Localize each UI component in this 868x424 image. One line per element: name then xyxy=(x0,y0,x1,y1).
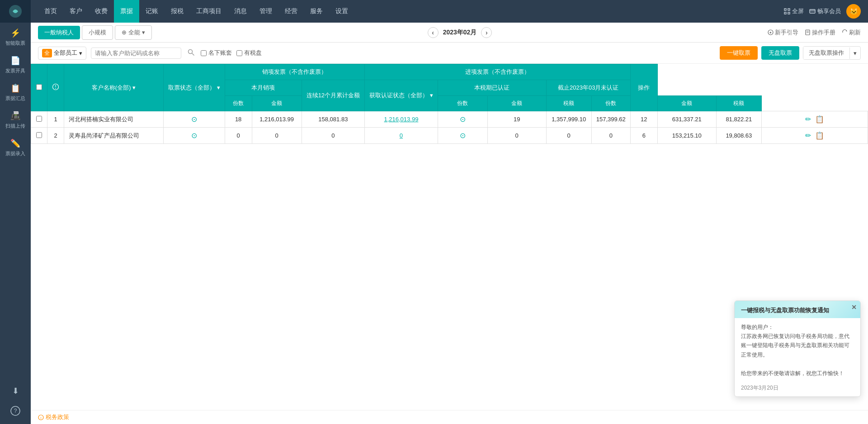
topnav-home[interactable]: 首页 xyxy=(38,0,63,23)
topnav-fullscreen[interactable]: 全屏 xyxy=(784,7,804,15)
prev-month-button[interactable]: ‹ xyxy=(428,27,439,38)
svg-text:✦: ✦ xyxy=(769,31,772,35)
sidebar-item-label: 发票开具 xyxy=(5,67,25,74)
get-status-icon: ⊙ xyxy=(460,115,466,123)
topnav-service[interactable]: 服务 xyxy=(304,0,329,23)
sidebar-item-invoice-summary[interactable]: 📋 票据汇总 xyxy=(0,78,31,105)
notification-header: 一键报税与无盘取票功能恢复通知 ✕ xyxy=(735,301,860,318)
sidebar-item-data-entry[interactable]: ✏️ 票据录入 xyxy=(0,133,31,161)
edit-action[interactable]: ✏ xyxy=(805,132,811,139)
cumulative-link[interactable]: 0 xyxy=(400,132,403,139)
tax-disk-checkbox[interactable] xyxy=(236,50,242,56)
toolbar: 全 全部员工 ▾ 名下账套 有税盘 一键取票 无盘取票 无盘取票操作 xyxy=(31,43,868,64)
detail-action[interactable]: 📋 xyxy=(815,115,824,123)
data-entry-icon: ✏️ xyxy=(10,138,20,148)
notification-title: 一键报税与无盘取票功能恢复通知 xyxy=(741,307,829,314)
topnav-right: 全屏 畅享会员 🐱 xyxy=(784,4,861,19)
sidebar-logo xyxy=(0,0,31,23)
customer-name: 灵寿县尚泽矿产品有限公司 xyxy=(64,128,164,144)
topnav-settings[interactable]: 设置 xyxy=(329,0,354,23)
scan-upload-icon: 📠 xyxy=(10,111,20,121)
svg-text:i: i xyxy=(41,416,42,420)
issue-invoice-icon: 📄 xyxy=(10,56,20,66)
manual-link[interactable]: 操作手册 xyxy=(805,29,835,37)
sidebar-download[interactable]: ⬇ xyxy=(0,382,31,400)
topnav-accounting[interactable]: 记账 xyxy=(139,0,165,23)
table-row: 1 河北柯搭楠实业有限公司 ⊙ 18 1,216,013.99 158,081.… xyxy=(31,111,868,128)
notification-content: 江苏政务网已恢复访问电子税务局功能，意代账一键登陆电子税务局与无盘取票相关功能可… xyxy=(741,332,854,359)
no-disk-ops-arrow[interactable]: ▾ xyxy=(849,48,860,59)
tax-policy-link[interactable]: i 税务政策 xyxy=(38,413,69,421)
tab-nav-right: ✦ 新手引导 操作手册 刷新 xyxy=(768,29,861,37)
new-guide-link[interactable]: ✦ 新手引导 xyxy=(768,29,798,37)
one-click-fetch-button[interactable]: 一键取票 xyxy=(720,46,758,60)
select-all-checkbox[interactable] xyxy=(36,84,42,90)
col-period-amount: 金额 xyxy=(487,96,546,111)
notification-date: 2023年3月20日 xyxy=(735,382,860,396)
topnav-customer[interactable]: 客户 xyxy=(63,0,89,23)
sidebar-item-scan-upload[interactable]: 📠 扫描上传 xyxy=(0,105,31,133)
sidebar-help[interactable]: ? xyxy=(0,402,31,419)
topnav-message[interactable]: 消息 xyxy=(228,0,253,23)
employee-tag: 全 xyxy=(42,49,52,57)
col-get-status-header: 获取认证状态（全部） ▾ xyxy=(365,80,438,111)
edit-action[interactable]: ✏ xyxy=(805,115,811,123)
notification-popup: 一键报税与无盘取票功能恢复通知 ✕ 尊敬的用户： 江苏政务网已恢复访问电子税务局… xyxy=(734,300,861,397)
current-month: 2023年02月 xyxy=(443,29,477,37)
col-until-march-header: 截止2023年03月未认证 xyxy=(546,80,630,96)
topnav-billing[interactable]: 收费 xyxy=(89,0,114,23)
tab-all-chevron: ▾ xyxy=(142,29,145,36)
topnav-business[interactable]: 工商项目 xyxy=(190,0,228,23)
col-fetch-status-header: 取票状态（全部） ▾ xyxy=(164,64,225,111)
notification-apology: 给您带来的不便敬请谅解，祝您工作愉快！ xyxy=(741,369,854,378)
search-input[interactable] xyxy=(91,48,181,59)
refresh-link[interactable]: 刷新 xyxy=(842,29,861,37)
col-this-month-count: 份数 xyxy=(225,96,252,111)
sidebar-bottom: ⬇ ? xyxy=(0,382,31,424)
svg-line-15 xyxy=(192,53,194,55)
sidebar-item-label: 智能取票 xyxy=(5,40,25,47)
sidebar-item-label: 扫描上传 xyxy=(5,123,25,129)
fetch-status-icon: ⊙ xyxy=(191,132,197,139)
sidebar-item-issue-invoice[interactable]: 📄 发票开具 xyxy=(0,50,31,78)
tab-general-taxpayer[interactable]: 一般纳税人 xyxy=(38,26,80,39)
toolbar-right: 一键取票 无盘取票 无盘取票操作 ▾ xyxy=(720,46,861,60)
tab-all[interactable]: ⊕ 全能 ▾ xyxy=(115,25,152,40)
customer-name: 河北柯搭楠实业有限公司 xyxy=(64,111,164,128)
topnav-tax[interactable]: 报税 xyxy=(165,0,190,23)
svg-rect-3 xyxy=(784,9,786,10)
employee-chevron: ▾ xyxy=(79,50,82,57)
topnav-member[interactable]: 畅享会员 xyxy=(809,7,841,15)
col-period-count: 份数 xyxy=(438,96,487,111)
col-until-tax: 税额 xyxy=(716,96,761,111)
no-disk-ops-label[interactable]: 无盘取票操作 xyxy=(803,47,849,59)
topnav-invoice[interactable]: 票据 xyxy=(114,0,139,23)
user-avatar[interactable]: 🐱 xyxy=(846,4,861,19)
search-button[interactable] xyxy=(186,48,196,58)
account-checkbox[interactable] xyxy=(201,50,207,56)
tab-bar: 一般纳税人 小规模 ⊕ 全能 ▾ ‹ 2023年02月 › ✦ 新手引导 xyxy=(31,23,868,43)
svg-rect-5 xyxy=(784,12,786,14)
detail-action[interactable]: 📋 xyxy=(815,132,824,139)
svg-rect-6 xyxy=(788,12,790,14)
topnav-operation[interactable]: 经营 xyxy=(278,0,304,23)
tax-disk-checkbox-label[interactable]: 有税盘 xyxy=(236,49,262,57)
notification-close-button[interactable]: ✕ xyxy=(851,304,857,311)
row-checkbox[interactable] xyxy=(36,132,42,138)
col-this-month-header: 本月销项 xyxy=(225,80,302,96)
topnav-manage[interactable]: 管理 xyxy=(253,0,278,23)
no-disk-fetch-button[interactable]: 无盘取票 xyxy=(761,46,799,60)
col-12months-header: 连续12个月累计金额 xyxy=(302,80,364,111)
tab-small-scale[interactable]: 小规模 xyxy=(82,25,113,40)
tab-nav-center: ‹ 2023年02月 › xyxy=(428,27,492,38)
sidebar: ⚡ 智能取票 📄 发票开具 📋 票据汇总 📠 扫描上传 ✏️ 票据录入 ⬇ ? xyxy=(0,0,31,424)
cumulative-link[interactable]: 1,216,013.99 xyxy=(384,116,418,123)
sidebar-item-smart-fetch[interactable]: ⚡ 智能取票 xyxy=(0,23,31,50)
employee-select[interactable]: 全 全部员工 ▾ xyxy=(38,47,86,60)
account-checkbox-label[interactable]: 名下账套 xyxy=(201,49,232,57)
next-month-button[interactable]: › xyxy=(481,27,492,38)
row-checkbox[interactable] xyxy=(36,116,42,122)
col-this-period-header: 本税期已认证 xyxy=(438,80,546,96)
smart-fetch-icon: ⚡ xyxy=(10,28,20,38)
svg-rect-4 xyxy=(788,9,790,10)
